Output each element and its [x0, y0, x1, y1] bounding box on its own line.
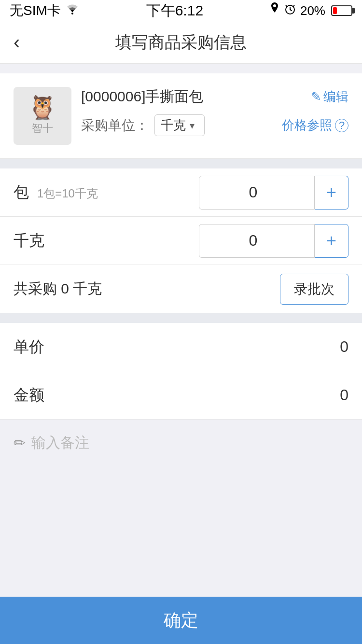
price-info-section: 单价 0 金额 0 — [0, 323, 362, 420]
nav-bar: ‹ 填写商品采购信息 — [0, 21, 362, 64]
battery-percent: 20% — [300, 3, 325, 18]
bag-label: 包 — [14, 183, 29, 201]
bag-input-group: + — [199, 176, 348, 210]
kg-input-row: 千克 + — [0, 217, 362, 265]
bag-input-row: 包 1包=10千克 + — [0, 168, 362, 217]
edit-icon: ✎ — [311, 89, 321, 104]
alarm-icon — [284, 3, 296, 19]
empty-area — [0, 466, 362, 602]
kg-plus-button[interactable]: + — [315, 224, 348, 258]
bag-plus-button[interactable]: + — [315, 176, 348, 210]
bag-quantity-input[interactable] — [199, 176, 315, 210]
back-button[interactable]: ‹ — [14, 31, 20, 53]
batch-button[interactable]: 录批次 — [280, 274, 348, 305]
question-icon: ? — [335, 119, 348, 132]
product-info: [0000006]手撕面包 ✎ 编辑 采购单位： 千克 ▾ 价格参照 ? — [81, 87, 348, 136]
price-reference-button[interactable]: 价格参照 ? — [282, 117, 348, 134]
svg-point-0 — [71, 13, 73, 14]
unit-price-row: 单价 0 — [0, 323, 362, 371]
status-bar-left: 无SIM卡 — [10, 1, 80, 20]
unit-dropdown[interactable]: 千克 ▾ — [154, 114, 205, 136]
amount-label: 金额 — [14, 385, 44, 406]
product-card: 🦉 智十 [0000006]手撕面包 ✎ 编辑 采购单位： 千克 ▾ 价格参照 — [0, 73, 362, 159]
wifi-icon — [65, 3, 80, 18]
kg-quantity-input[interactable] — [199, 224, 315, 258]
unit-price-label: 单价 — [14, 336, 44, 358]
edit-button[interactable]: ✎ 编辑 — [311, 88, 348, 105]
summary-row: 共采购 0 千克 录批次 — [0, 265, 362, 313]
chevron-down-icon: ▾ — [190, 120, 195, 131]
bag-label-group: 包 1包=10千克 — [14, 182, 98, 203]
amount-row: 金额 0 — [0, 371, 362, 420]
kg-label: 千克 — [14, 230, 44, 252]
status-bar-time: 下午6:12 — [146, 1, 203, 21]
confirm-button[interactable]: 确定 — [0, 597, 362, 644]
sim-text: 无SIM卡 — [10, 1, 61, 20]
unit-price-value: 0 — [340, 338, 348, 356]
input-section: 包 1包=10千克 + 千克 + 共采购 0 千克 录批次 — [0, 168, 362, 313]
status-bar: 无SIM卡 下午6:12 20% — [0, 0, 362, 21]
battery-icon — [331, 5, 352, 16]
divider-2 — [0, 313, 362, 323]
pencil-icon: ✏ — [14, 434, 26, 451]
product-thumbnail: 🦉 智十 — [14, 87, 71, 145]
unit-label: 采购单位： — [81, 116, 149, 135]
summary-text: 共采购 0 千克 — [14, 279, 102, 299]
status-bar-right: 20% — [269, 2, 352, 19]
divider-1 — [0, 159, 362, 168]
kg-input-group: + — [199, 224, 348, 258]
location-icon — [269, 2, 280, 19]
remark-area[interactable]: ✏ 输入备注 — [0, 420, 362, 466]
remark-placeholder: 输入备注 — [31, 433, 89, 453]
product-name: [0000006]手撕面包 — [81, 87, 203, 107]
product-thumbnail-label: 智十 — [32, 121, 53, 136]
amount-value: 0 — [340, 386, 348, 404]
page-title: 填写商品采购信息 — [115, 31, 247, 54]
product-image-icon: 🦉 — [28, 96, 57, 119]
bag-sub-label: 1包=10千克 — [37, 187, 98, 200]
